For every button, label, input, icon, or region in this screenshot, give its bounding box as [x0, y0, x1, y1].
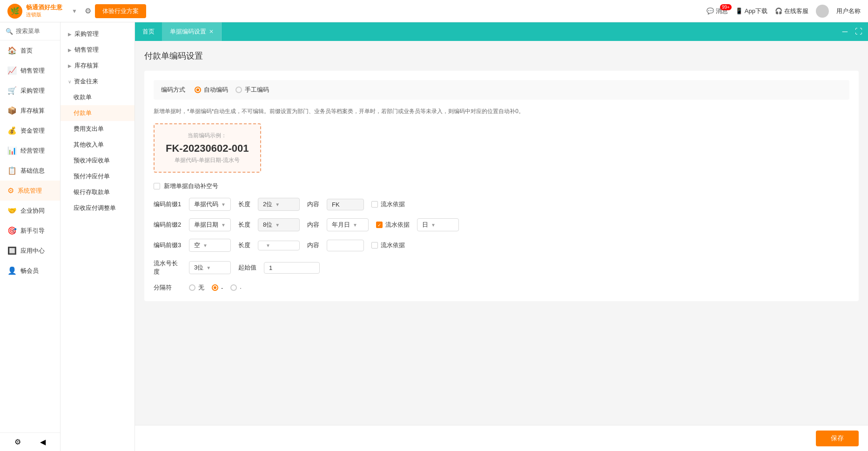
submenu-item-bank[interactable]: 银行存取款单 [61, 184, 135, 200]
submenu-label: 采购管理 [74, 30, 99, 38]
sidebar-item-base[interactable]: 📋 基础信息 [0, 161, 60, 181]
sidebar-item-purchase[interactable]: 🛒 采购管理 [0, 81, 60, 101]
start-value-input[interactable] [264, 262, 320, 274]
preview-label: 当前编码示例： [166, 132, 249, 140]
sidebar-item-system[interactable]: ⚙ 系统管理 [0, 181, 60, 201]
prefix3-label: 编码前缀3 [154, 241, 182, 249]
submenu-header-sales[interactable]: ▶ 销售管理 [61, 42, 135, 58]
auto-encoding-radio[interactable]: 自动编码 [195, 86, 228, 94]
arrow-icon: ▶ [68, 47, 72, 53]
submenu-header-capital[interactable]: ∨ 资金往来 [61, 74, 135, 89]
length1-select[interactable]: 2位 ▼ [258, 198, 300, 211]
guide-icon: 🎯 [7, 226, 17, 235]
collapse-icon[interactable]: ◀ [40, 438, 46, 446]
encoding-radio-group: 自动编码 手工编码 [195, 86, 269, 94]
serial-length-select[interactable]: 3位 ▼ [189, 261, 231, 274]
sidebar-item-home[interactable]: 🏠 首页 [0, 40, 60, 61]
member-icon: 👤 [7, 266, 17, 275]
waterfall2-checkbox[interactable]: ✓ [376, 222, 383, 228]
prefix1-value: 单据代码 [194, 200, 218, 209]
sidebar-item-apps[interactable]: 🔲 应用中心 [0, 241, 60, 261]
gear-icon[interactable]: ⚙ [85, 7, 91, 15]
submenu-item-adjust[interactable]: 应收应付调整单 [61, 200, 135, 216]
user-name[interactable]: 用户名称 [836, 7, 861, 15]
home-icon: 🏠 [7, 46, 17, 55]
content1-label: 内容 [307, 200, 319, 209]
prefix2-select[interactable]: 单据日期 ▼ [189, 218, 231, 231]
online-service-item[interactable]: 🎧 在线客服 [775, 7, 808, 15]
sidebar-item-label: 资金管理 [20, 127, 45, 135]
settings-icon[interactable]: ⚙ [14, 438, 21, 446]
auto-fill-label: 新增单据自动补空号 [164, 182, 218, 190]
user-avatar[interactable] [816, 5, 829, 18]
waterfall1-label: 流水依据 [381, 200, 405, 209]
content2-label: 内容 [307, 221, 319, 229]
sidebar-item-finance[interactable]: 💰 资金管理 [0, 121, 60, 141]
chevron-down-icon: ▼ [431, 222, 436, 228]
apps-icon: 🔲 [7, 246, 17, 255]
separator-dash-radio[interactable]: - [212, 284, 223, 291]
main-content: 付款单编码设置 编码方式 自动编码 [135, 41, 868, 425]
dash-radio-dot [214, 286, 216, 289]
separator-dot-label: · [240, 284, 242, 291]
submenu-header-purchase[interactable]: ▶ 采购管理 [61, 26, 135, 42]
tab-encoding-settings[interactable]: 单据编码设置 ✕ [162, 22, 222, 41]
submenu-item-prepay-receivable[interactable]: 预收冲应收单 [61, 153, 135, 168]
separator-none-radio[interactable]: 无 [189, 283, 204, 292]
header-right: 💬 消息 99+ 📱 App下载 🎧 在线客服 用户名称 [707, 5, 861, 18]
maximize-icon[interactable]: ⛶ [853, 26, 864, 38]
length2-select[interactable]: 8位 ▼ [258, 218, 300, 231]
submenu-header-inventory[interactable]: ▶ 库存核算 [61, 58, 135, 74]
sidebar-item-guide[interactable]: 🎯 新手引导 [0, 221, 60, 241]
waterfall1-group: 流水依据 [371, 200, 405, 209]
submenu-item-expense[interactable]: 费用支出单 [61, 121, 135, 137]
submenu-item-other-income[interactable]: 其他收入单 [61, 137, 135, 153]
message-icon: 💬 [707, 7, 714, 14]
chevron-down-icon: ▼ [353, 222, 357, 228]
save-button[interactable]: 保存 [816, 431, 859, 446]
tab-home[interactable]: 首页 [135, 22, 162, 41]
prefix2-label: 编码前缀2 [154, 221, 182, 229]
trial-button[interactable]: 体验行业方案 [95, 4, 146, 18]
content1-input[interactable] [327, 199, 364, 210]
length3-label: 长度 [238, 241, 250, 249]
prefix3-select[interactable]: 空 ▼ [189, 239, 231, 252]
manual-encoding-radio[interactable]: 手工编码 [236, 86, 269, 94]
app-download-item[interactable]: 📱 App下载 [735, 7, 767, 15]
sub-menu: ▶ 采购管理 ▶ 销售管理 ▶ 库存核算 ∨ 资金往来 [61, 22, 135, 451]
length3-select[interactable]: ▼ [258, 241, 300, 250]
waterfall1-checkbox[interactable] [371, 201, 378, 208]
message-item[interactable]: 💬 消息 99+ [707, 7, 728, 15]
waterfall3-checkbox[interactable] [371, 242, 378, 249]
dropdown-text: ▼ [72, 8, 77, 14]
content2-select[interactable]: 年月日 ▼ [327, 218, 369, 231]
system-icon: ⚙ [7, 186, 14, 195]
length2-label: 长度 [238, 221, 250, 229]
submenu-label: 资金往来 [74, 77, 98, 86]
sidebar-item-member[interactable]: 👤 畅会员 [0, 261, 60, 281]
base-icon: 📋 [7, 166, 17, 175]
none-radio-circle [189, 284, 195, 291]
separator-dot-radio[interactable]: · [230, 284, 242, 291]
header-dropdown[interactable]: ▼ [68, 6, 81, 16]
logo-text: 畅通酒好生意 连锁版 [26, 4, 62, 18]
tab-close-icon[interactable]: ✕ [209, 28, 214, 35]
chevron-down-icon: ▼ [203, 243, 208, 248]
waterfall2-unit-select[interactable]: 日 ▼ [417, 218, 459, 231]
content3-input[interactable] [327, 240, 364, 251]
sidebar-item-operation[interactable]: 📊 经营管理 [0, 141, 60, 161]
sidebar-search[interactable]: 🔍 搜索菜单 [0, 22, 60, 40]
logo-area: 🌿 畅通酒好生意 连锁版 [7, 4, 62, 19]
sidebar-item-enterprise[interactable]: 🤝 企业协同 [0, 201, 60, 221]
prefix1-label: 编码前缀1 [154, 200, 182, 209]
submenu-item-payment[interactable]: 付款单 [61, 105, 135, 121]
prefix3-value: 空 [194, 241, 200, 249]
sidebar-item-sales[interactable]: 📈 销售管理 [0, 61, 60, 81]
submenu-item-receipt[interactable]: 收款单 [61, 89, 135, 105]
auto-fill-checkbox[interactable] [154, 183, 160, 189]
tab-bar-right: ─ ⛶ [841, 26, 868, 38]
sidebar-item-inventory[interactable]: 📦 库存核算 [0, 101, 60, 121]
submenu-item-prepay-payable[interactable]: 预付冲应付单 [61, 168, 135, 184]
minimize-icon[interactable]: ─ [841, 26, 849, 38]
prefix1-select[interactable]: 单据代码 ▼ [189, 198, 231, 211]
